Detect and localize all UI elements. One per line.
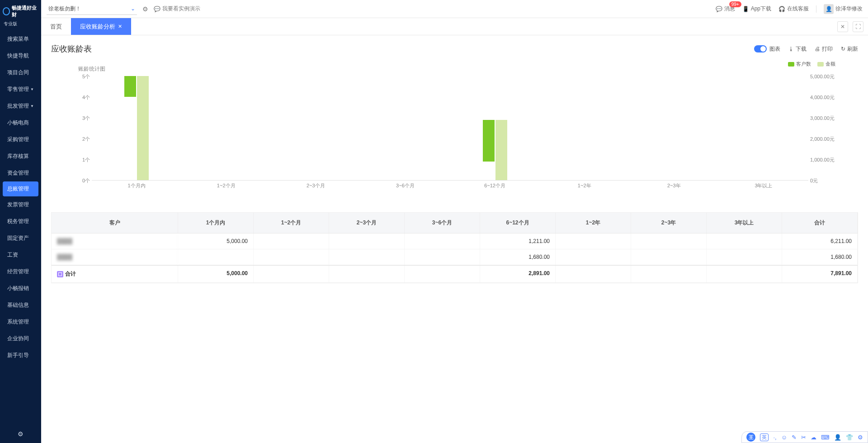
ime-settings-icon[interactable]: ⚙ <box>858 434 863 441</box>
chart-plot <box>92 76 808 181</box>
cell-value: 5,000.00 <box>178 233 254 249</box>
cell-total-value <box>329 266 405 282</box>
download-button[interactable]: ⭳ 下载 <box>788 45 807 53</box>
cell-total-value: 5,000.00 <box>178 266 254 282</box>
app-download-button[interactable]: 📱 App下载 <box>742 5 771 13</box>
ime-lang-indicator[interactable]: 英 <box>760 433 769 441</box>
chart-toggle-label: 图表 <box>769 45 780 53</box>
ime-toolbar[interactable]: 王 英 ·, ☺ ✎ ✂ ☁ ⌨ 👤 👕 ⚙ <box>741 431 868 443</box>
demo-link[interactable]: 💬 我要看实例演示 <box>154 5 200 13</box>
fullscreen-button[interactable]: ⛶ <box>853 21 863 32</box>
tabs-actions: ✕ ⛶ <box>833 18 868 35</box>
nav-item-10[interactable]: 发票管理 <box>0 196 41 213</box>
nav-item-9[interactable]: 总账管理 <box>3 181 38 196</box>
legend-label-2: 金额 <box>826 61 835 67</box>
ime-shirt-icon[interactable]: 👕 <box>846 434 853 441</box>
nav-item-18[interactable]: 企业协同 <box>0 330 41 347</box>
chart-title: 账龄统计图 <box>74 65 835 73</box>
cell-total-value: 2,891.00 <box>480 266 556 282</box>
ime-emoji-icon[interactable]: ☺ <box>781 434 787 441</box>
cell-value <box>707 249 782 265</box>
ime-logo-icon: 王 <box>746 433 755 442</box>
nav-item-6[interactable]: 采购管理 <box>0 131 41 148</box>
nav-item-label: 经营管理 <box>7 268 29 276</box>
nav-item-label: 新手引导 <box>7 352 29 359</box>
chevron-down-icon: ▼ <box>30 104 34 108</box>
nav-item-label: 系统管理 <box>7 318 29 326</box>
refresh-label: 刷新 <box>847 45 858 53</box>
ime-person-icon[interactable]: 👤 <box>834 434 841 441</box>
service-label: 在线客服 <box>787 5 809 13</box>
legend-item-customers: 客户数 <box>788 61 811 67</box>
cell-total-value <box>556 266 631 282</box>
nav-item-label: 企业协同 <box>7 335 29 343</box>
table-header-cell: 2~3年 <box>631 213 707 233</box>
y-left-tick: 5个 <box>82 73 90 80</box>
print-button[interactable]: 🖨 打印 <box>815 45 833 53</box>
nav-item-0[interactable]: 搜索菜单 <box>0 31 41 48</box>
chevron-down-icon: ▼ <box>30 87 34 91</box>
ime-pencil-icon[interactable]: ✎ <box>792 434 797 441</box>
refresh-icon: ↻ <box>841 46 845 52</box>
aging-table: 客户1个月内1~2个月2~3个月3~6个月6~12个月1~2年2~3年3年以上合… <box>51 212 858 283</box>
chart-toggle[interactable] <box>754 45 767 52</box>
y-left-tick: 2个 <box>82 136 90 143</box>
table-header-cell: 2~3个月 <box>329 213 405 233</box>
x-tick-label: 1~2年 <box>578 182 591 189</box>
nav-item-11[interactable]: 税务管理 <box>0 213 41 230</box>
nav-item-13[interactable]: 工资 <box>0 247 41 263</box>
table-header-cell: 合计 <box>782 213 858 233</box>
ime-scissors-icon[interactable]: ✂ <box>801 434 806 441</box>
cell-value <box>405 249 480 265</box>
close-all-tabs-button[interactable]: ✕ <box>837 21 848 32</box>
nav-item-7[interactable]: 库存核算 <box>0 148 41 165</box>
message-icon: 💬 <box>716 6 722 12</box>
bar-amount[interactable] <box>495 120 507 180</box>
nav-item-5[interactable]: 小畅电商 <box>0 114 41 131</box>
nav-item-4[interactable]: 批发管理▼ <box>0 98 41 114</box>
ime-cloud-icon[interactable]: ☁ <box>811 434 816 441</box>
cell-value <box>329 249 405 265</box>
cell-total-value <box>707 266 782 282</box>
nav-item-label: 小畅电商 <box>7 119 29 127</box>
ime-keyboard-icon[interactable]: ⌨ <box>821 434 830 441</box>
user-menu[interactable]: 👤 徐泽华修改 <box>824 4 863 14</box>
nav-item-12[interactable]: 固定资产 <box>0 230 41 247</box>
topbar-right: 💬 消息 99+ 📱 App下载 🎧 在线客服 👤 徐泽华修改 <box>716 4 863 14</box>
close-icon[interactable]: ✕ <box>118 24 122 29</box>
nav-item-label: 固定资产 <box>7 234 29 242</box>
nav-item-19[interactable]: 新手引导 <box>0 347 41 364</box>
bar-customers[interactable] <box>483 120 495 162</box>
phone-icon: 📱 <box>742 6 749 12</box>
cell-value <box>556 249 631 265</box>
bar-customers[interactable] <box>124 76 136 97</box>
settings-gear-icon[interactable]: ⚙ <box>0 425 41 443</box>
org-settings-icon[interactable]: ⚙ <box>142 5 148 13</box>
chart-container: 账龄统计图 客户数 金额 0个1个2个3个4个5个 0元1,000.00元2,0… <box>51 61 858 194</box>
y-axis-right: 0元1,000.00元2,000.00元3,000.00元4,000.00元5,… <box>810 76 840 181</box>
nav-item-16[interactable]: 基础信息 <box>0 297 41 314</box>
table-row[interactable]: ████5,000.001,211.006,211.00 <box>52 233 858 249</box>
nav-item-1[interactable]: 快捷导航 <box>0 48 41 64</box>
download-label: App下载 <box>751 5 771 13</box>
topbar: 徐老板勿删！ ⌄ ⚙ 💬 我要看实例演示 💬 消息 99+ 📱 App下载 🎧 … <box>41 0 868 18</box>
nav-item-label: 批发管理 <box>7 102 29 110</box>
nav-item-3[interactable]: 零售管理▼ <box>0 81 41 98</box>
nav-item-14[interactable]: 经营管理 <box>0 263 41 280</box>
nav-item-17[interactable]: 系统管理 <box>0 314 41 330</box>
nav-item-15[interactable]: 小畅报销 <box>0 280 41 297</box>
refresh-button[interactable]: ↻ 刷新 <box>841 45 858 53</box>
y-right-tick: 5,000.00元 <box>810 73 835 80</box>
table-row[interactable]: ████1,680.001,680.00 <box>52 249 858 265</box>
ime-comma-icon[interactable]: ·, <box>773 434 776 441</box>
x-tick-label: 2~3年 <box>667 182 681 189</box>
org-selector[interactable]: 徐老板勿删！ ⌄ <box>47 3 137 15</box>
customer-service-button[interactable]: 🎧 在线客服 <box>778 5 809 13</box>
nav-item-2[interactable]: 项目合同 <box>0 64 41 81</box>
tab-0[interactable]: 首页 <box>41 18 71 35</box>
messages-button[interactable]: 💬 消息 99+ <box>716 5 735 13</box>
tab-1[interactable]: 应收账龄分析✕ <box>71 18 131 35</box>
nav-item-8[interactable]: 资金管理 <box>0 165 41 181</box>
nav-item-label: 库存核算 <box>7 152 29 160</box>
bar-amount[interactable] <box>137 76 149 180</box>
